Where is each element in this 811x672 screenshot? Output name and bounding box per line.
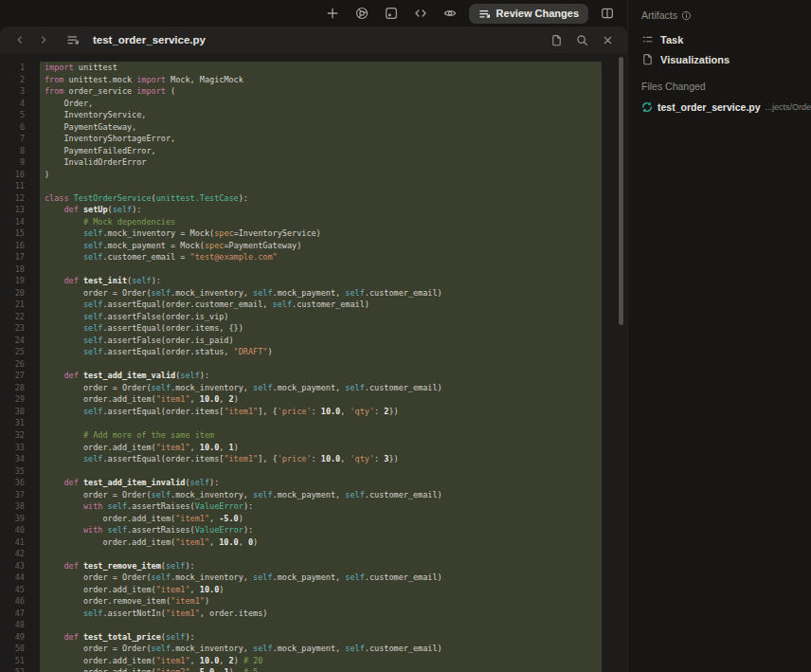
line-content[interactable]: class TestOrderService(unittest.TestCase… (40, 192, 602, 205)
line-content[interactable] (40, 465, 602, 478)
split-columns-icon[interactable] (597, 3, 618, 24)
line-content[interactable] (40, 417, 602, 429)
line-number: 17 (0, 251, 25, 263)
browser-icon[interactable] (351, 3, 372, 24)
code-line: 1import unittest (0, 62, 627, 74)
line-content[interactable]: with self.assertRaises(ValueError): (40, 500, 602, 513)
line-content[interactable]: self.assertNotIn("item1", order.items) (40, 608, 602, 620)
editor-header-left: test_order_service.py (11, 31, 206, 48)
line-number: 27 (0, 370, 25, 382)
chevron-left-icon[interactable] (11, 31, 28, 48)
code-line: 13 def setUp(self): (0, 204, 627, 216)
line-content[interactable]: InvalidOrderError (40, 156, 602, 169)
line-content[interactable]: order = Order(self.mock_inventory, self.… (40, 572, 602, 584)
line-content[interactable]: order.remove_item("item1") (40, 595, 602, 608)
line-content[interactable]: with self.assertRaises(ValueError): (40, 524, 602, 536)
search-icon[interactable] (573, 31, 590, 48)
line-content[interactable]: def test_init(self): (40, 275, 602, 287)
line-content[interactable]: order.add_item("item1", 10.0, 2) (40, 393, 602, 406)
code-line: 20 order = Order(self.mock_inventory, se… (0, 287, 627, 300)
code-line: 52 order.add_item("item2", 5.0, 1) # 5 (0, 666, 627, 672)
code-line: 48 (0, 619, 627, 631)
line-number: 4 (0, 98, 25, 110)
line-content[interactable] (40, 548, 602, 560)
file-list-icon[interactable] (64, 31, 81, 48)
line-number: 36 (0, 477, 25, 489)
document-icon[interactable] (548, 31, 565, 48)
frame-icon[interactable] (381, 3, 402, 24)
changed-file-row[interactable]: test_order_service.py ...jects/OrderApp/ (641, 98, 801, 117)
line-number: 20 (0, 287, 25, 300)
line-content[interactable]: order = Order(self.mock_inventory, self.… (40, 382, 602, 394)
line-content[interactable] (40, 263, 602, 276)
line-content[interactable]: def test_add_item_valid(self): (40, 370, 602, 382)
line-content[interactable]: import unittest (40, 62, 602, 74)
code-line: 22 self.assertFalse(order.is_vip) (0, 311, 627, 323)
sidebar-item-visualizations[interactable]: Visualizations (641, 49, 801, 69)
line-number: 39 (0, 513, 25, 525)
code-line: 12class TestOrderService(unittest.TestCa… (0, 192, 627, 205)
line-content[interactable]: self.mock_payment = Mock(spec=PaymentGat… (40, 240, 602, 252)
line-content[interactable]: from unittest.mock import Mock, MagicMoc… (40, 74, 602, 86)
line-content[interactable]: self.mock_inventory = Mock(spec=Inventor… (40, 227, 602, 240)
line-content[interactable]: order.add_item("item1", 10.0) (40, 584, 602, 596)
line-content[interactable]: def setUp(self): (40, 204, 602, 216)
line-number: 34 (0, 453, 25, 465)
chevron-right-icon[interactable] (35, 31, 52, 48)
line-content[interactable] (40, 358, 602, 371)
line-content[interactable] (40, 619, 602, 631)
line-content[interactable]: from order_service import ( (40, 85, 602, 98)
line-content[interactable]: order = Order(self.mock_inventory, self.… (40, 287, 602, 300)
line-content[interactable]: # Add more of the same item (40, 429, 602, 442)
line-content[interactable]: InventoryService, (40, 109, 602, 121)
line-number: 8 (0, 145, 25, 157)
code-line: 25 self.assertEqual(order.status, "DRAFT… (0, 346, 627, 358)
line-content[interactable]: def test_remove_item(self): (40, 560, 602, 572)
files-changed-section-title: Files Changed (641, 79, 801, 94)
line-content[interactable]: def test_add_item_invalid(self): (40, 477, 602, 489)
line-content[interactable] (40, 180, 602, 192)
line-content[interactable]: ) (40, 169, 602, 181)
code-line: 37 order = Order(self.mock_inventory, se… (0, 489, 627, 501)
line-content[interactable]: self.assertEqual(order.items["item1"], {… (40, 453, 602, 465)
code-icon[interactable] (410, 3, 431, 24)
close-icon[interactable] (599, 31, 616, 48)
line-content[interactable]: Order, (40, 98, 602, 110)
line-content[interactable]: order = Order(self.mock_inventory, self.… (40, 489, 602, 501)
code-line: 28 order = Order(self.mock_inventory, se… (0, 382, 627, 394)
line-content[interactable]: order = Order(self.mock_inventory, self.… (40, 643, 602, 655)
plus-icon[interactable] (322, 3, 343, 24)
line-content[interactable]: PaymentFailedError, (40, 145, 602, 157)
line-content[interactable]: InventoryShortageError, (40, 133, 602, 145)
code-line: 40 with self.assertRaises(ValueError): (0, 524, 627, 536)
line-number: 24 (0, 335, 25, 347)
line-content[interactable]: # Mock dependencies (40, 216, 602, 228)
line-content[interactable]: self.assertFalse(order.is_vip) (40, 311, 602, 323)
line-number: 50 (0, 643, 25, 655)
line-content[interactable]: order.add_item("item2", 5.0, 1) # 5 (40, 666, 602, 672)
line-content[interactable]: self.customer_email = "test@example.com" (40, 251, 602, 263)
review-changes-button[interactable]: Review Changes (469, 4, 588, 24)
line-number: 25 (0, 346, 25, 358)
line-number: 1 (0, 62, 25, 74)
line-content[interactable]: def test_total_price(self): (40, 631, 602, 644)
code-line: 17 self.customer_email = "test@example.c… (0, 251, 627, 263)
eye-icon[interactable] (440, 3, 460, 24)
line-content[interactable]: order.add_item("item1", 10.0, 2) # 20 (40, 655, 602, 667)
line-content[interactable]: order.add_item("item1", 10.0, 1) (40, 442, 602, 454)
artifacts-label: Artifacts (641, 9, 677, 21)
code-line: 5 InventoryService, (0, 109, 627, 121)
code-line: 31 (0, 417, 627, 429)
line-content[interactable]: self.assertEqual(order.customer_email, s… (40, 299, 602, 311)
main-panel: Review Changes test_ord (0, 0, 627, 672)
line-number: 28 (0, 382, 25, 394)
line-content[interactable]: self.assertEqual(order.items, {}) (40, 322, 602, 335)
line-content[interactable]: order.add_item("item1", -5.0) (40, 513, 602, 525)
sidebar-item-task[interactable]: Task (641, 29, 801, 49)
line-content[interactable]: PaymentGateway, (40, 121, 602, 134)
vertical-scrollbar[interactable] (619, 57, 623, 325)
line-content[interactable]: self.assertEqual(order.items["item1"], {… (40, 406, 602, 418)
line-content[interactable]: order.add_item("item1", 10.0, 0) (40, 536, 602, 549)
line-content[interactable]: self.assertFalse(order.is_paid) (40, 335, 602, 347)
line-content[interactable]: self.assertEqual(order.status, "DRAFT") (40, 346, 602, 358)
